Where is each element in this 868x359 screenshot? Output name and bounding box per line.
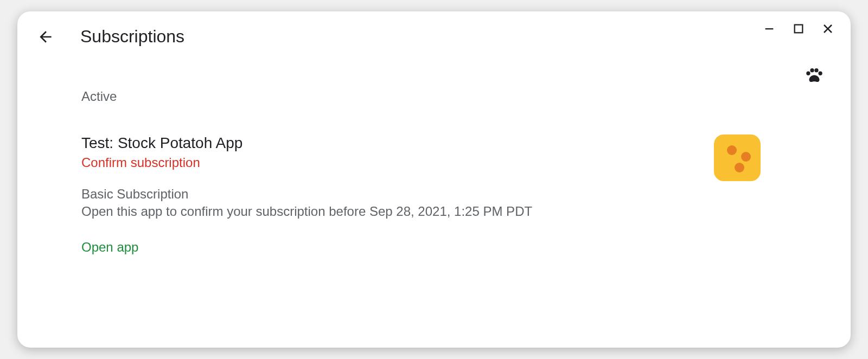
- close-button[interactable]: [821, 22, 834, 35]
- minimize-button[interactable]: [763, 22, 776, 35]
- svg-point-2: [806, 72, 810, 75]
- plan-name: Basic Subscription: [81, 187, 787, 202]
- svg-point-3: [810, 68, 814, 72]
- app-icon-dot: [741, 152, 751, 162]
- confirm-subscription-label: Confirm subscription: [81, 155, 787, 170]
- active-section-label: Active: [81, 89, 787, 104]
- minimize-icon: [763, 23, 775, 35]
- open-app-link[interactable]: Open app: [81, 240, 138, 255]
- app-icon-dot: [727, 145, 737, 155]
- svg-rect-0: [765, 28, 774, 29]
- svg-point-5: [818, 72, 822, 75]
- svg-point-4: [814, 68, 818, 72]
- window-controls: [763, 22, 834, 35]
- profile-button[interactable]: [804, 66, 825, 88]
- content-area: Active Test: Stock Potatoh App Confirm s…: [17, 62, 851, 255]
- subscriptions-window: Subscriptions Active Test: Stock Potatoh…: [17, 11, 851, 348]
- subscription-title: Test: Stock Potatoh App: [81, 134, 787, 152]
- back-button[interactable]: [37, 28, 54, 46]
- paw-icon: [804, 66, 825, 86]
- arrow-left-icon: [37, 28, 54, 46]
- app-icon-dot: [735, 163, 744, 172]
- instruction-text: Open this app to confirm your subscripti…: [81, 204, 787, 219]
- close-icon: [821, 22, 834, 35]
- header: Subscriptions: [17, 11, 851, 62]
- svg-rect-1: [795, 25, 803, 33]
- page-title: Subscriptions: [80, 27, 184, 47]
- app-icon: [714, 134, 761, 181]
- maximize-icon: [793, 23, 805, 35]
- subscription-item[interactable]: Test: Stock Potatoh App Confirm subscrip…: [81, 134, 787, 255]
- maximize-button[interactable]: [792, 22, 805, 35]
